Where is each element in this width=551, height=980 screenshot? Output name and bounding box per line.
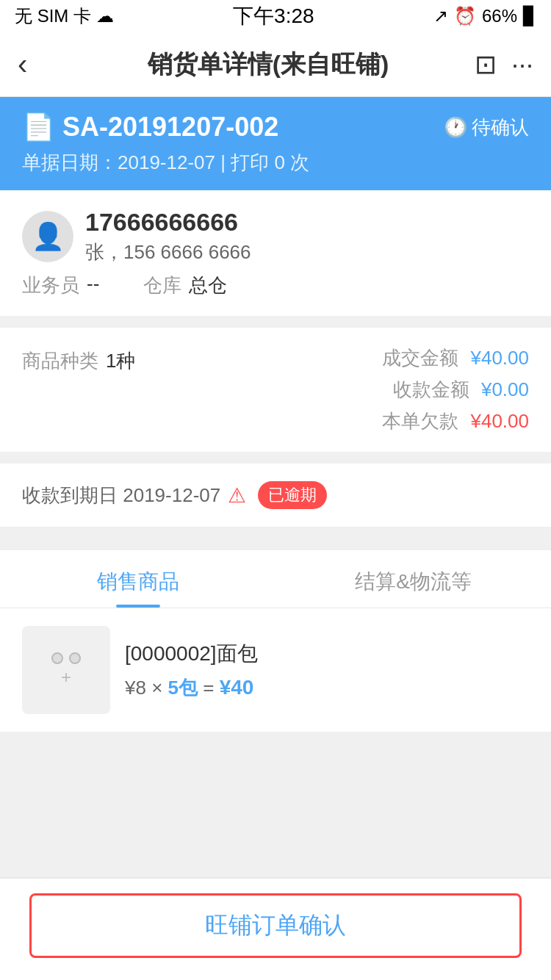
customer-top: 👤 17666666666 张，156 6666 6666 xyxy=(22,208,529,265)
status-bar: 无 SIM 卡 ☁ 下午3:28 ↗ ⏰ 66% ▊ xyxy=(0,0,551,32)
arrears-amount-label: 本单欠款 xyxy=(382,408,458,434)
user-icon: 👤 xyxy=(32,221,65,252)
customer-card: 👤 17666666666 张，156 6666 6666 业务员 -- 仓库 … xyxy=(0,190,551,316)
battery-text: 66% xyxy=(482,6,517,26)
location-icon: ↗ xyxy=(433,6,448,26)
owl-eye-right xyxy=(69,652,81,664)
product-item: + [0000002]面包 ¥8 × 5包 = ¥40 xyxy=(0,608,551,732)
product-logo: + xyxy=(51,652,81,688)
transaction-amount-label: 成交金额 xyxy=(382,345,458,371)
status-time: 下午3:28 xyxy=(233,2,314,30)
header-card: 📄 SA-20191207-002 🕐 待确认 单据日期：2019-12-07 … xyxy=(0,97,551,190)
page-title: 销货单详情(来自旺铺) xyxy=(148,48,389,82)
total-price: ¥40 xyxy=(220,676,254,699)
tabs-bar: 销售商品 结算&物流等 xyxy=(0,550,551,608)
confirm-button-wrap: 旺铺订单确认 xyxy=(0,877,551,980)
multiply-sign: × xyxy=(151,677,168,699)
order-icon: 📄 xyxy=(22,112,55,143)
warning-icon: ⚠ xyxy=(228,483,246,508)
owl-eye-left xyxy=(51,652,63,664)
clock-icon: 🕐 xyxy=(444,116,467,139)
transaction-amount-row: 成交金额 ¥40.00 xyxy=(382,345,529,371)
status-left: 无 SIM 卡 ☁ xyxy=(15,4,114,28)
product-info: [0000002]面包 ¥8 × 5包 = ¥40 xyxy=(125,640,529,701)
battery-icon: ▊ xyxy=(523,6,536,26)
avatar: 👤 xyxy=(22,211,73,262)
status-right: ↗ ⏰ 66% ▊ xyxy=(433,6,536,26)
confirm-button[interactable]: 旺铺订单确认 xyxy=(29,893,522,958)
bottom-area xyxy=(0,732,551,894)
more-icon[interactable]: ··· xyxy=(511,49,533,80)
no-sim-text: 无 SIM 卡 ☁ xyxy=(15,4,114,28)
product-list: + [0000002]面包 ¥8 × 5包 = ¥40 xyxy=(0,608,551,732)
salesperson-value: -- xyxy=(87,273,99,298)
order-id: 📄 SA-20191207-002 xyxy=(22,112,278,143)
warehouse-item: 仓库 总仓 xyxy=(143,273,227,298)
back-button[interactable]: ‹ xyxy=(18,48,62,81)
warehouse-label: 仓库 xyxy=(143,273,181,298)
product-price: ¥8 × 5包 = ¥40 xyxy=(125,675,529,701)
header-top: 📄 SA-20191207-002 🕐 待确认 xyxy=(22,112,529,143)
divider-2 xyxy=(0,452,551,464)
summary-row: 商品种类 1种 成交金额 ¥40.00 收款金额 ¥0.00 本单欠款 ¥40.… xyxy=(22,345,529,434)
product-type-value: 1种 xyxy=(106,348,135,374)
alarm-icon: ⏰ xyxy=(454,6,476,26)
order-status: 🕐 待确认 xyxy=(444,115,529,140)
transaction-amount-value: ¥40.00 xyxy=(470,347,529,370)
overdue-badge: 已逾期 xyxy=(258,481,327,509)
price-unit: ¥8 xyxy=(125,677,146,699)
salesperson-item: 业务员 -- xyxy=(22,273,99,298)
product-type-label: 商品种类 xyxy=(22,348,98,374)
divider-3 xyxy=(0,527,551,538)
arrears-amount-row: 本单欠款 ¥40.00 xyxy=(382,408,529,434)
salesperson-label: 业务员 xyxy=(22,273,79,298)
warehouse-value: 总仓 xyxy=(189,273,227,298)
collection-amount-value: ¥0.00 xyxy=(481,378,529,401)
summary-card: 商品种类 1种 成交金额 ¥40.00 收款金额 ¥0.00 本单欠款 ¥40.… xyxy=(0,328,551,452)
quantity: 5包 xyxy=(168,677,198,699)
product-thumbnail: + xyxy=(22,626,110,714)
amounts: 成交金额 ¥40.00 收款金额 ¥0.00 本单欠款 ¥40.00 xyxy=(382,345,529,434)
tab-sales-products[interactable]: 销售商品 xyxy=(0,550,276,608)
collection-amount-label: 收款金额 xyxy=(393,377,469,403)
customer-detail: 业务员 -- 仓库 总仓 xyxy=(22,273,529,298)
nav-actions: ⊡ ··· xyxy=(475,49,533,80)
tab-settlement[interactable]: 结算&物流等 xyxy=(276,550,551,608)
divider-1 xyxy=(0,316,551,328)
share-icon[interactable]: ⊡ xyxy=(475,49,497,80)
due-card: 收款到期日 2019-12-07 ⚠ 已逾期 xyxy=(0,464,551,527)
nav-bar: ‹ 销货单详情(来自旺铺) ⊡ ··· xyxy=(0,32,551,97)
customer-phone: 17666666666 xyxy=(85,208,251,237)
order-date: 单据日期：2019-12-07 | 打印 0 次 xyxy=(22,150,529,176)
collection-amount-row: 收款金额 ¥0.00 xyxy=(393,377,529,403)
equals-sign: = xyxy=(203,677,219,699)
due-date-text: 收款到期日 2019-12-07 xyxy=(22,483,220,508)
customer-info: 17666666666 张，156 6666 6666 xyxy=(85,208,251,265)
arrears-amount-value: ¥40.00 xyxy=(470,410,529,433)
product-name: [0000002]面包 xyxy=(125,640,529,668)
product-type: 商品种类 1种 xyxy=(22,345,135,374)
customer-name: 张，156 6666 6666 xyxy=(85,239,251,265)
owl-plus: + xyxy=(61,667,71,688)
